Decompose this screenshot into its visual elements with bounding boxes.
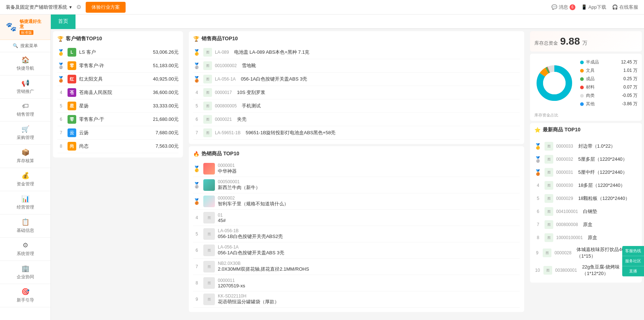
sidebar-item-operations[interactable]: 📊 经营管理 bbox=[0, 191, 50, 214]
online-service-button[interactable]: 🎧 在线客服 bbox=[612, 4, 638, 11]
hot-item-1[interactable]: 🥇 0000001 中华神器 bbox=[193, 161, 520, 177]
product-placeholder: 图 bbox=[545, 220, 553, 229]
sidebar-item-marketing[interactable]: 📢 营销推广 bbox=[0, 75, 50, 99]
customer-item-5[interactable]: 5 星 星扬 33,333.00元 bbox=[57, 99, 179, 113]
bronze-medal-icon: 🥉 bbox=[534, 169, 542, 176]
tab-home[interactable]: 首页 bbox=[51, 15, 76, 29]
newest-item-3[interactable]: 🥉 图 0000031 5厘中纤（1220*2440） bbox=[530, 166, 642, 179]
rank-number: 6 bbox=[193, 117, 200, 122]
customer-item-3[interactable]: 🥉 红 红太阳文具 40,925.00元 bbox=[57, 73, 179, 86]
messages-button[interactable]: 💬 消息 6 bbox=[551, 4, 575, 11]
headset-icon: 🎧 bbox=[612, 4, 618, 10]
product-code: NB2.0X30B bbox=[218, 261, 309, 266]
newest-item-1[interactable]: 🥇 图 0000033 封边带（1.0*22） bbox=[530, 140, 642, 153]
product-placeholder: 图 bbox=[545, 194, 553, 203]
trophy-icon2: 🏆 bbox=[193, 36, 199, 42]
sales-item-3[interactable]: 🥉 图 LA-056-1A 056-1A白色按键开关盖ABS 3壳 bbox=[193, 73, 520, 86]
product-name: 新西兰牛肉（新牛） bbox=[218, 184, 260, 191]
customer-amount: 36,600.00元 bbox=[153, 89, 179, 96]
rank-number: 8 bbox=[57, 144, 65, 149]
system-icon: ⚙ bbox=[23, 241, 28, 249]
customer-item-2[interactable]: 🥈 零 零售客户-许 51,183.00元 bbox=[57, 59, 179, 73]
product-placeholder: 图 bbox=[203, 128, 212, 137]
hot-item-9[interactable]: 9 图 KK-SD22110H 花语萌恒温分罐罐袋（厚款） bbox=[193, 291, 520, 308]
sidebar-item-finance[interactable]: 💰 资金管理 bbox=[0, 168, 50, 191]
hot-item-3[interactable]: 🥉 0000002 智利车子里（规格不知道填什么） bbox=[193, 193, 520, 210]
newest-item-7[interactable]: 7 图 000800008 原盒 bbox=[530, 218, 642, 231]
product-code: LA-056-1A bbox=[215, 77, 236, 82]
sidebar-item-inventory[interactable]: 📦 库存核算 bbox=[0, 145, 50, 168]
customer-name: 尚态 bbox=[79, 143, 152, 149]
sales-item-2[interactable]: 🥈 图 001000002 雪地靴 bbox=[193, 59, 520, 73]
rank-number: 5 bbox=[57, 103, 65, 108]
legend-item-semifinished: 半成品 12.45 万 bbox=[580, 58, 637, 66]
hot-item-4[interactable]: 4 图 01 45# bbox=[193, 210, 520, 226]
hot-item-8[interactable]: 8 图 0000011 12070519-xs bbox=[193, 275, 520, 291]
newest-item-2[interactable]: 🥈 图 0000032 5厘多层（1220*2440） bbox=[530, 153, 642, 166]
product-image: 图 bbox=[203, 228, 215, 240]
try-industry-button[interactable]: 体验行业方案 bbox=[86, 2, 126, 13]
star-icon: ⭐ bbox=[534, 127, 541, 133]
hot-item-5[interactable]: 5 图 LA-056-1B 056-1B白色按键开关壳ABS2壳 bbox=[193, 226, 520, 242]
search-icon: 🔍 bbox=[13, 43, 18, 48]
hot-item-2[interactable]: 🥈 000500001 新西兰牛肉（新牛） bbox=[193, 177, 520, 193]
rank-number: 4 bbox=[193, 215, 200, 220]
product-placeholder: 图 bbox=[545, 181, 553, 190]
product-code: 001000002 bbox=[215, 63, 237, 68]
product-code: 000800005 bbox=[215, 103, 237, 108]
sales-item-5[interactable]: 5 图 000800005 手机测试 bbox=[193, 99, 520, 113]
legend-dot bbox=[580, 102, 584, 106]
bronze-medal-icon: 🥉 bbox=[193, 198, 200, 205]
product-code: 01 bbox=[218, 213, 226, 218]
legend-label: 肉类 bbox=[586, 93, 620, 99]
sales-item-7[interactable]: 7 图 LA-59651-1B 59651-1B旋转投影灯电池盒ABS黑色+58… bbox=[193, 126, 520, 140]
customer-item-1[interactable]: 🥇 L LS 客户 53,006.26元 bbox=[57, 46, 179, 59]
sales-item-6[interactable]: 6 图 0000021 夹壳 bbox=[193, 113, 520, 126]
sidebar-item-enterprise[interactable]: 🏢 企业协同 bbox=[0, 261, 50, 284]
sidebar-item-sales[interactable]: 🏷 销售管理 bbox=[0, 99, 50, 122]
sales-item-1[interactable]: 🥇 图 LA-089 电池盖 LA-089 ABS本色+黑种 7.1克 bbox=[193, 46, 520, 59]
enterprise-icon: 🏢 bbox=[21, 264, 29, 272]
sidebar-item-guide[interactable]: 🎯 新手引导 bbox=[0, 284, 50, 307]
newest-item-5[interactable]: 5 图 0000029 18颗粒板（1220*2440） bbox=[530, 192, 642, 205]
newest-item-6[interactable]: 6 图 004100001 白钢垫 bbox=[530, 205, 642, 218]
sales-item-4[interactable]: 4 图 0000017 10S 变刮罗浆 bbox=[193, 86, 520, 99]
operations-icon: 📊 bbox=[21, 195, 29, 203]
content-panels: 🏆 客户销售TOP10 🥇 L LS 客户 53,006.26元 🥈 零 bbox=[51, 29, 644, 320]
sidebar-item-basic[interactable]: 📋 基础信息 bbox=[0, 214, 50, 238]
customer-service-hotline-button[interactable]: 客服热线 bbox=[622, 246, 644, 256]
product-placeholder: 图 bbox=[545, 142, 553, 151]
customer-badge: 苍 bbox=[68, 88, 76, 97]
product-image: 图 bbox=[203, 212, 215, 223]
customer-item-7[interactable]: 7 云 云扬 7,680.00元 bbox=[57, 126, 179, 140]
product-name: 10S 变刮罗浆 bbox=[237, 89, 266, 96]
sidebar-item-quick-nav[interactable]: 🏠 快捷导航 bbox=[0, 52, 50, 75]
system-selector[interactable]: 装备及固定资产辅助管理系统 ▾ bbox=[6, 4, 72, 11]
sales-product-title: 🏆 销售商品TOP10 bbox=[193, 36, 520, 42]
product-name: 2.0X30MM双搓花轴,搓花直径2.1MM/ROHS bbox=[218, 266, 309, 272]
gear-icon[interactable]: ⚙ bbox=[76, 4, 81, 11]
app-download-button[interactable]: 📱 App下载 bbox=[581, 4, 606, 11]
hot-item-7[interactable]: 7 图 NB2.0X30B 2.0X30MM双搓花轴,搓花直径2.1MM/ROH… bbox=[193, 259, 520, 275]
search-nav-item[interactable]: 🔍 搜索菜单 bbox=[0, 40, 50, 52]
service-community-button[interactable]: 服务社区 bbox=[622, 256, 644, 266]
rank-number: 6 bbox=[193, 248, 200, 253]
product-placeholder: 图 bbox=[203, 88, 212, 97]
live-broadcast-button[interactable]: 直播 bbox=[622, 266, 644, 276]
gold-medal-icon: 🥇 bbox=[193, 165, 200, 172]
inventory-title: 库存总资金 bbox=[534, 40, 558, 46]
hot-item-6[interactable]: 6 图 LA-056-1A 056-1A白色按键开关盖ABS 3壳 bbox=[193, 242, 520, 259]
sidebar-item-purchase[interactable]: 🛒 采购管理 bbox=[0, 122, 50, 145]
newest-item-4[interactable]: 4 图 0000030 18多层（1220*2440） bbox=[530, 179, 642, 192]
sidebar: 🐾 畅捷通好生意 标准版 🔍 搜索菜单 🏠 快捷导航 📢 营销推广 🏷 销售管理… bbox=[0, 15, 51, 320]
sidebar-item-system[interactable]: ⚙ 系统管理 bbox=[0, 238, 50, 261]
product-placeholder: 图 bbox=[203, 75, 212, 83]
legend-item-stationery: 文具 1.01 万 bbox=[580, 66, 637, 75]
legend-dot bbox=[580, 94, 584, 98]
newest-item-8[interactable]: 8 图 10000100001 原盒 bbox=[530, 231, 642, 244]
product-name: 056-1A白色按键开关盖ABS 3壳 bbox=[241, 76, 307, 82]
product-placeholder: 图 bbox=[545, 207, 553, 216]
customer-item-4[interactable]: 4 苍 苍南县人民医院 36,600.00元 bbox=[57, 86, 179, 99]
customer-item-8[interactable]: 8 尚 尚态 7,563.00元 bbox=[57, 140, 179, 153]
customer-item-6[interactable]: 6 零 零售客户-于 21,680.00元 bbox=[57, 113, 179, 126]
